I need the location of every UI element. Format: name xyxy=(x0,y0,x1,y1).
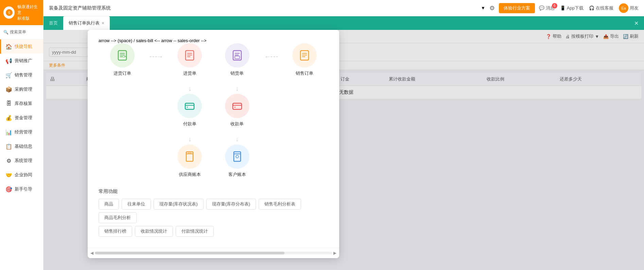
sidebar-item-quick-nav[interactable]: 🏠 快捷导航 xyxy=(0,39,43,54)
modal-body: arrow --> (space) / sales-bill <-- arrow… xyxy=(88,30,339,248)
func-btn-goods-margin[interactable]: 商品毛利分析 xyxy=(99,212,137,223)
func-btn-stock-dist[interactable]: 现存量(库存分布表) xyxy=(206,199,256,210)
settings-icon[interactable]: ⚙ xyxy=(489,4,495,12)
sidebar-item-enterprise[interactable]: 🤝 企业协同 xyxy=(0,168,43,182)
sidebar-item-finance[interactable]: 💰 资金管理 xyxy=(0,111,43,125)
func-btn-sales-margin[interactable]: 销售毛利分析表 xyxy=(259,199,301,210)
supplier-ledger-circle xyxy=(177,144,202,169)
sidebar-item-system[interactable]: ⚙ 系统管理 xyxy=(0,154,43,168)
arrow-payment-down: ↓ xyxy=(188,135,191,143)
purchase-bill-circle xyxy=(177,43,202,68)
sales-order-node[interactable]: 销售订单 xyxy=(281,43,328,76)
sidebar-search-section: 🔍 搜索菜单 xyxy=(0,25,43,39)
func-btn-receipt-stats[interactable]: 收款情况统计 xyxy=(135,226,173,237)
quick-nav-icon: 🏠 xyxy=(6,43,12,50)
sidebar-item-sales[interactable]: 🛒 销售管理 xyxy=(0,68,43,82)
topbar-dropdown[interactable]: ▼ xyxy=(481,5,485,11)
payment-bill-circle: ¥ xyxy=(177,94,202,118)
flow-row-1: 进货订单 - - -→ xyxy=(99,43,328,76)
receipt-bill-label: 收款单 xyxy=(230,121,244,127)
arrow-receipt-down: ↓ xyxy=(236,135,239,143)
dropdown-arrow-icon: ▼ xyxy=(481,5,485,11)
message-action[interactable]: 💬 消息 6 xyxy=(539,5,555,11)
purchase-order-label: 进货订单 xyxy=(114,70,131,76)
scrollbar-track[interactable] xyxy=(95,252,332,254)
topbar: 装备及固定资产辅助管理系统 ▼ ⚙ 体验行业方案 💬 消息 6 📱 App下载 … xyxy=(43,0,644,16)
scroll-left-icon[interactable]: ◀ xyxy=(90,251,93,255)
scroll-right-icon[interactable]: ▶ xyxy=(333,251,336,255)
newbie-icon: 🎯 xyxy=(6,186,12,192)
sales-bill-label: 销货单 xyxy=(230,70,244,76)
svg-text:6: 6 xyxy=(8,11,10,15)
sales-bill-circle xyxy=(225,43,249,68)
sidebar-item-purchase[interactable]: 📦 采购管理 xyxy=(0,82,43,96)
sidebar-item-operations[interactable]: 📊 经营管理 xyxy=(0,125,43,139)
search-menu-button[interactable]: 🔍 搜索菜单 xyxy=(3,28,40,36)
purchase-icon: 📦 xyxy=(6,86,12,92)
main-area: 装备及固定资产辅助管理系统 ▼ ⚙ 体验行业方案 💬 消息 6 📱 App下载 … xyxy=(43,0,644,270)
customer-ledger-label: 客户账本 xyxy=(228,172,246,178)
search-icon: 🔍 xyxy=(3,30,8,35)
purchase-order-node[interactable]: 进货订单 xyxy=(99,43,146,76)
arrow-po-to-pb: - - -→ xyxy=(146,43,166,60)
sidebar-item-inventory[interactable]: 🗄 库存核算 xyxy=(0,96,43,111)
basic-info-icon: 📋 xyxy=(6,143,12,149)
download-icon: 📱 xyxy=(560,5,565,11)
tabbar: 首页 销售订单执行表 × ✕ xyxy=(43,16,644,30)
flow-row-2: ↓ ¥ 付款单 xyxy=(99,85,328,127)
message-icon: 💬 xyxy=(539,5,544,11)
flow-modal: arrow --> (space) / sales-bill <-- arrow… xyxy=(88,30,339,258)
service-icon: 🎧 xyxy=(589,5,594,11)
sidebar-item-basic-info[interactable]: 📋 基础信息 xyxy=(0,139,43,154)
customer-ledger-node[interactable]: 客户账本 xyxy=(225,144,249,178)
purchase-bill-label: 进货单 xyxy=(183,70,196,76)
sidebar-item-marketing[interactable]: 📢 营销推广 xyxy=(0,54,43,68)
app-download-action[interactable]: 📱 App下载 xyxy=(560,5,584,11)
receipt-bill-col: ↓ ¥ 收款单 xyxy=(213,85,261,127)
sidebar-item-newbie[interactable]: 🎯 新手引导 xyxy=(0,182,43,196)
flow-row-3: ↓ 供应商账本 xyxy=(99,135,328,178)
supplier-ledger-node[interactable]: 供应商账本 xyxy=(177,144,202,178)
func-btn-sales-rank[interactable]: 销售排行榜 xyxy=(99,226,132,237)
sales-bill-node[interactable]: 销货单 xyxy=(213,43,261,76)
arrow-so-to-sb: ←- - - xyxy=(261,43,281,60)
modal-overlay: arrow --> (space) / sales-bill <-- arrow… xyxy=(43,30,644,270)
svg-text:¥: ¥ xyxy=(234,106,236,109)
tab-home[interactable]: 首页 xyxy=(43,16,63,30)
close-all-tabs-button[interactable]: ✕ xyxy=(634,20,639,26)
trial-button[interactable]: 体验行业方案 xyxy=(499,3,535,13)
user-action[interactable]: Ea 用友 xyxy=(619,3,639,13)
svg-text:¥: ¥ xyxy=(186,106,188,109)
func-btn-stock-status[interactable]: 现存量(库存状况表) xyxy=(154,199,204,210)
svg-point-29 xyxy=(236,155,239,158)
receipt-bill-node[interactable]: ¥ 收款单 xyxy=(225,94,249,127)
func-btn-contacts[interactable]: 往来单位 xyxy=(122,199,151,210)
finance-icon: 💰 xyxy=(6,115,12,121)
tab-sales-order-exec[interactable]: 销售订单执行表 × xyxy=(63,16,110,30)
payment-bill-col: ↓ ¥ 付款单 xyxy=(166,85,213,127)
tab-close-icon[interactable]: × xyxy=(102,20,104,26)
func-buttons-row1: 商品 往来单位 现存量(库存状况表) 现存量(库存分布表) 销售毛利分析表 商品… xyxy=(99,199,328,223)
avatar: Ea xyxy=(619,3,628,13)
svg-rect-13 xyxy=(235,56,240,59)
content-area: ❓ 帮助 🖨 按模板打印 ▼ 📤 导出 🔄 刷新 xyxy=(43,30,644,270)
customer-ledger-circle xyxy=(225,144,249,169)
customer-ledger-col: ↓ 客户账本 xyxy=(213,135,261,178)
sales-order-label: 销售订单 xyxy=(296,70,313,76)
sidebar: 6 畅康通好生意 标准版 🔍 搜索菜单 🏠 快捷导航 📢 营销推广 � xyxy=(0,0,43,270)
payment-bill-label: 付款单 xyxy=(183,121,196,127)
supplier-ledger-col: ↓ 供应商账本 xyxy=(166,135,213,178)
purchase-bill-node[interactable]: 进货单 xyxy=(166,43,213,76)
scrollbar-thumb xyxy=(95,252,284,254)
online-service-action[interactable]: 🎧 在线客服 xyxy=(589,5,613,11)
receipt-bill-circle: ¥ xyxy=(225,94,249,118)
payment-bill-node[interactable]: ¥ 付款单 xyxy=(177,94,202,127)
sidebar-nav: 🏠 快捷导航 📢 营销推广 🛒 销售管理 📦 采购管理 🗄 库存核算 💰 xyxy=(0,39,43,270)
func-btn-goods[interactable]: 商品 xyxy=(99,199,119,210)
inventory-icon: 🗄 xyxy=(6,101,12,107)
marketing-icon: 📢 xyxy=(6,58,12,64)
func-btn-payment-stats[interactable]: 付款情况统计 xyxy=(176,226,214,237)
modal-scrollbar: ◀ ▶ xyxy=(88,248,339,258)
message-badge: 6 xyxy=(552,3,557,8)
sidebar-logo: 6 畅康通好生意 标准版 xyxy=(0,0,43,25)
